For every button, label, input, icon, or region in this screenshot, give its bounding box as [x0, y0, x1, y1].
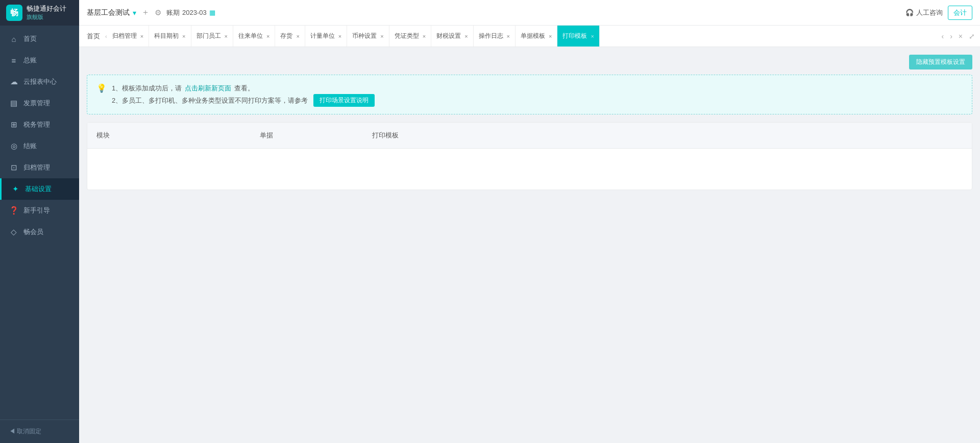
tab-label: 部门员工 [197, 32, 221, 40]
settings-icon: ✦ [11, 184, 20, 194]
sidebar: 畅 畅捷通好会计 旗舰版 ⌂ 首页 ≡ 总账 ☁ 云报表中心 ▤ 发票管理 ⊞ … [0, 0, 79, 443]
tab-close-icon[interactable]: × [380, 33, 383, 39]
tax-icon: ⊞ [9, 120, 18, 129]
tab-dept-staff[interactable]: 部门员工 × [191, 26, 233, 47]
tab-close-icon[interactable]: × [296, 33, 299, 39]
info-content: 1、模板添加成功后，请点击刷新新页面查看。 2、多员工、多打印机、多种业务类型设… [112, 82, 963, 107]
sidebar-item-ledger[interactable]: ≡ 总账 [0, 50, 79, 71]
tab-close-icon[interactable]: × [507, 33, 510, 39]
service-label: 人工咨询 [916, 8, 943, 17]
company-settings-icon[interactable]: ⚙ [155, 8, 161, 17]
tab-close-icon[interactable]: × [591, 33, 594, 39]
sidebar-item-reports[interactable]: ☁ 云报表中心 [0, 71, 79, 92]
headset-icon: 🎧 [905, 9, 914, 16]
info-line1-suffix: 查看。 [234, 82, 254, 94]
tab-expand-icon[interactable]: ⤢ [966, 26, 977, 47]
unpin-label: ◀ 取消固定 [9, 427, 41, 436]
sidebar-item-label: 税务管理 [23, 120, 50, 129]
tab-label: 财税设置 [436, 32, 461, 40]
print-template-table: 模块 单据 打印模板 [87, 122, 972, 190]
period-display: 账期 2023-03 ▦ [166, 8, 215, 17]
hide-preview-button[interactable]: 隐藏预置模板设置 [909, 55, 972, 69]
period-label: 账期 [166, 8, 180, 17]
vip-icon: ◇ [9, 227, 18, 237]
tab-label: 打印模板 [562, 32, 587, 40]
tab-close-icon[interactable]: × [549, 33, 552, 39]
tab-inventory[interactable]: 存货 × [275, 26, 305, 47]
bulb-icon: 💡 [96, 83, 107, 107]
service-button[interactable]: 🎧 人工咨询 [905, 8, 943, 17]
info-line-2: 2、多员工、多打印机、多种业务类型设置不同打印方案等，请参考 打印场景设置说明 [112, 94, 963, 107]
unpin-button[interactable]: ◀ 取消固定 [0, 419, 79, 443]
dropdown-icon[interactable]: ▾ [133, 9, 136, 17]
topbar-right: 🎧 人工咨询 会计 [905, 6, 972, 20]
tab-close-icon[interactable]: × [182, 33, 185, 39]
info-box: 💡 1、模板添加成功后，请点击刷新新页面查看。 2、多员工、多打印机、多种业务类… [87, 75, 972, 114]
home-icon: ⌂ [9, 35, 18, 43]
content-area: 隐藏预置模板设置 💡 1、模板添加成功后，请点击刷新新页面查看。 2、多员工、多… [79, 47, 980, 443]
sidebar-item-settings[interactable]: ✦ 基础设置 [0, 178, 79, 200]
sidebar-item-archive[interactable]: ⊡ 归档管理 [0, 157, 79, 178]
topbar: 基层工会测试 ▾ ＋ ⚙ 账期 2023-03 ▦ 🎧 人工咨询 会计 [79, 0, 980, 26]
refresh-link[interactable]: 点击刷新新页面 [185, 82, 231, 94]
calendar-icon[interactable]: ▦ [209, 9, 215, 16]
tab-label: 计量单位 [310, 32, 335, 40]
invoice-icon: ▤ [9, 99, 18, 108]
sidebar-item-guide[interactable]: ❓ 新手引导 [0, 200, 79, 221]
table-header: 模块 单据 打印模板 [87, 123, 972, 149]
tab-close-icon[interactable]: × [225, 33, 228, 39]
tab-close-all-icon[interactable]: × [956, 26, 965, 47]
add-company-button[interactable]: ＋ [141, 7, 150, 18]
sidebar-item-tax[interactable]: ⊞ 税务管理 [0, 114, 79, 135]
sidebar-nav: ⌂ 首页 ≡ 总账 ☁ 云报表中心 ▤ 发票管理 ⊞ 税务管理 ◎ 结账 ⊡ 归… [0, 26, 79, 419]
tab-subject-period[interactable]: 科目期初 × [149, 26, 191, 47]
tab-label: 存货 [280, 32, 292, 40]
tab-tax-settings[interactable]: 财税设置 × [431, 26, 473, 47]
sidebar-item-label: 归档管理 [23, 163, 50, 172]
tab-next-icon[interactable]: › [947, 26, 955, 47]
sidebar-item-label: 云报表中心 [23, 77, 57, 86]
company-name: 基层工会测试 [87, 8, 130, 17]
tab-label: 往来单位 [238, 32, 263, 40]
tab-close-icon[interactable]: × [338, 33, 341, 39]
cloud-icon: ☁ [9, 77, 18, 86]
sidebar-item-label: 结账 [23, 142, 37, 151]
tab-unit[interactable]: 计量单位 × [305, 26, 347, 47]
sidebar-item-vip[interactable]: ◇ 畅会员 [0, 221, 79, 243]
tab-currency[interactable]: 币种设置 × [347, 26, 389, 47]
sidebar-item-checkout[interactable]: ◎ 结账 [0, 135, 79, 157]
tab-close-icon[interactable]: × [140, 33, 143, 39]
tab-voucher-type[interactable]: 凭证类型 × [389, 26, 431, 47]
tab-label: 科目期初 [154, 32, 179, 40]
tab-prev-icon[interactable]: ‹ [939, 26, 946, 47]
tab-label: 单据模板 [521, 32, 545, 40]
logo-badge: 旗舰版 [27, 13, 66, 21]
tab-close-icon[interactable]: × [266, 33, 270, 39]
info-line2-prefix: 2、多员工、多打印机、多种业务类型设置不同打印方案等，请参考 [112, 95, 308, 106]
tab-home[interactable]: 首页 [82, 26, 105, 47]
sidebar-logo: 畅 畅捷通好会计 旗舰版 [0, 0, 79, 26]
tab-label: 凭证类型 [395, 32, 419, 40]
col-header-template: 打印模板 [363, 128, 972, 143]
company-selector[interactable]: 基层工会测试 ▾ [87, 8, 136, 17]
logo-icon: 畅 [6, 5, 22, 21]
main-area: 基层工会测试 ▾ ＋ ⚙ 账期 2023-03 ▦ 🎧 人工咨询 会计 首页 ‹… [79, 0, 980, 443]
tab-archive-mgmt[interactable]: 归档管理 × [107, 26, 149, 47]
sidebar-item-invoice[interactable]: ▤ 发票管理 [0, 92, 79, 114]
tab-close-icon[interactable]: × [423, 33, 426, 39]
info-line1-prefix: 1、模板添加成功后，请 [112, 82, 182, 94]
tab-label: 操作日志 [479, 32, 503, 40]
sidebar-item-label: 首页 [23, 34, 37, 43]
accountant-button[interactable]: 会计 [948, 6, 972, 20]
print-scene-button[interactable]: 打印场景设置说明 [313, 94, 375, 107]
tab-single-template[interactable]: 单据模板 × [516, 26, 557, 47]
tabs-bar: 首页 ‹ 归档管理 × 科目期初 × 部门员工 × 往来单位 × 存货 × 计量… [79, 26, 980, 47]
tab-operation-log[interactable]: 操作日志 × [474, 26, 516, 47]
tab-home-label: 首页 [87, 32, 100, 41]
tab-print-template[interactable]: 打印模板 × [557, 26, 599, 47]
tab-supplier[interactable]: 往来单位 × [233, 26, 275, 47]
logo-title: 畅捷通好会计 [27, 5, 66, 13]
sidebar-item-label: 总账 [23, 56, 37, 65]
sidebar-item-home[interactable]: ⌂ 首页 [0, 28, 79, 50]
tab-close-icon[interactable]: × [464, 33, 468, 39]
